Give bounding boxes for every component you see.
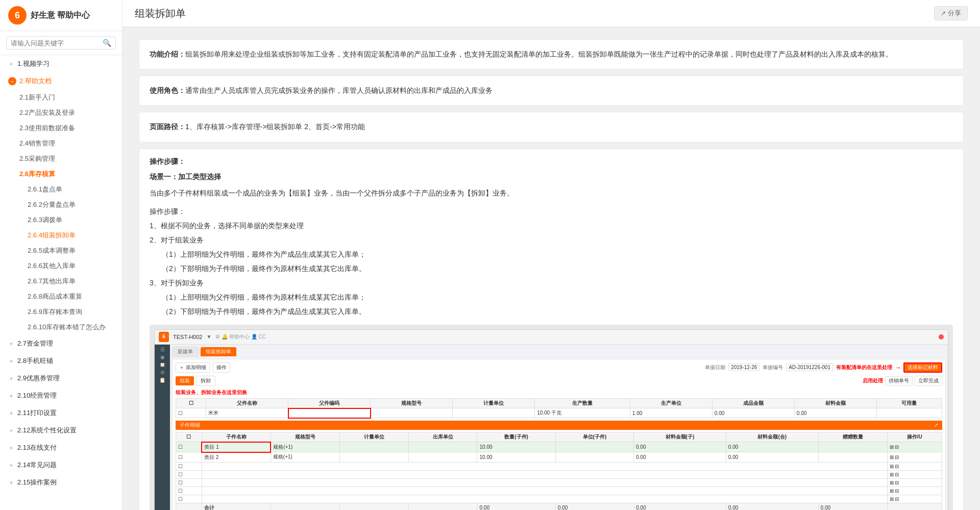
path-label: 页面路径： <box>150 123 185 131</box>
sidebar-item-2-14[interactable]: ＋ 2.14常见问题 <box>0 456 122 474</box>
mock-lower-th-op: 操作/U <box>887 432 942 442</box>
intro-label: 功能介绍： <box>150 50 185 58</box>
mock-select-btn[interactable]: 选择标记材料 <box>903 362 942 373</box>
mock-empty-check5: ☐ <box>176 478 202 487</box>
sidebar-item-2-15[interactable]: ＋ 2.15操作案例 <box>0 474 122 491</box>
sidebar-item-2-6[interactable]: 2.6库存核算 <box>0 166 122 182</box>
mock-tab-new[interactable]: 新建单 <box>172 347 199 357</box>
mock-td-code[interactable] <box>288 408 371 418</box>
mock-confirm-btn[interactable]: 立即完成 <box>915 376 942 386</box>
mock-btn-add[interactable]: ＋ 添加明细 <box>176 362 210 373</box>
mock-footer-total: 合计 <box>202 503 271 510</box>
mock-lower-row-3: ☐⊞ ⊟ <box>176 462 942 470</box>
mock-lower-td-unit2-2 <box>408 452 477 463</box>
mock-td-prod-amt: 0.00 <box>712 408 794 418</box>
mock-lower-th-mat2: 材料金额(合) <box>726 432 818 442</box>
sidebar-item-2-4[interactable]: 2.4销售管理 <box>0 136 122 151</box>
mock-tabs-row: 新建单 组装拆卸单 <box>172 347 946 357</box>
mock-lower-row-2: ☐ 类目 2 规格(+1) 10.00 0.00 <box>176 452 942 463</box>
step2-1: （1）上部明细为父件明细，最终作为产成品生成某其它入库单； <box>150 247 953 261</box>
mock-empty-cells <box>202 462 887 470</box>
mock-th-checkbox: ☐ <box>176 398 206 408</box>
mock-footer-v5: 0.00 <box>555 503 633 510</box>
mock-footer-v8: 0.00 <box>818 503 887 510</box>
scene1-title: 场景一：加工类型选择 <box>150 173 953 182</box>
sidebar-item-2-6-10[interactable]: 2.6.10库存账本错了怎么办 <box>0 320 122 335</box>
mock-lower-td-op2: ⊞ ⊟ <box>887 452 942 463</box>
mock-num-value: AD-20191226-001 <box>786 363 833 371</box>
sidebar-item-2-6-2[interactable]: 2.6.2分量盘点单 <box>0 197 122 212</box>
sidebar-item-2-3[interactable]: 2.3使用前数据准备 <box>0 120 122 136</box>
sidebar-item-2-6-5[interactable]: 2.6.5成本调整单 <box>0 243 122 258</box>
mock-lower-td-name: 类目 1 <box>202 442 271 452</box>
mock-lower-expand-icon: ⤢ <box>934 422 938 428</box>
search-input-wrap[interactable]: 🔍 <box>6 36 116 50</box>
sidebar-item-2-10[interactable]: ＋ 2.10经营管理 <box>0 387 122 404</box>
expand-icon: ＋ <box>8 444 14 452</box>
sidebar-item-2-2[interactable]: 2.2产品安装及登录 <box>0 105 122 120</box>
sidebar-item-label: 2.15操作案例 <box>17 478 57 487</box>
annot-arrow1: → <box>894 363 901 372</box>
mock-nav-icon-4: ⚙ <box>160 370 165 375</box>
sidebar-item-2-12[interactable]: ＋ 2.12系统个性化设置 <box>0 422 122 439</box>
mock-nav-icon-5: 📋 <box>159 377 165 383</box>
sidebar-item-2-6-4[interactable]: 2.6.4组装拆卸单 <box>0 228 122 243</box>
mock-lower-th-name: 子件名称 <box>202 432 271 442</box>
sidebar-item-2-8[interactable]: ＋ 2.8手机旺铺 <box>0 352 122 370</box>
sidebar-item-2-5[interactable]: 2.5采购管理 <box>0 151 122 166</box>
mock-nav-icon-2: ◉ <box>160 354 165 360</box>
steps-label: 操作步骤： <box>150 204 953 218</box>
mock-lower-td-mat2-2: 0.00 <box>726 452 818 463</box>
sidebar-item-2-7[interactable]: ＋ 2.7资金管理 <box>0 335 122 352</box>
mock-lower-td-gift <box>818 442 887 452</box>
sidebar-item-2-13[interactable]: ＋ 2.13在线支付 <box>0 439 122 456</box>
mock-tab-chaijie[interactable]: 拆卸 <box>196 376 215 386</box>
annot-qingdan-text: 有装配清单的在这里处理 <box>836 364 892 371</box>
sidebar-item-video[interactable]: ＋ 1.视频学习 <box>0 55 122 72</box>
mock-lower-th-qty1: 数量(子件) <box>477 432 555 442</box>
mock-td-prod-qty: 10.00 千克 <box>535 408 630 418</box>
sidebar-item-2-6-1[interactable]: 2.6.1盘点单 <box>0 182 122 197</box>
sidebar-item-2-6-3[interactable]: 2.6.3调拨单 <box>0 212 122 228</box>
mock-td-check: ☐ <box>176 408 206 418</box>
sidebar-item-label: 2.7资金管理 <box>17 339 53 348</box>
mock-lower-td-qty2: 10.00 <box>477 452 555 463</box>
step2-2: （2）下部明细为子件明细，最终作为原材料生成某其它出库单。 <box>150 261 953 276</box>
mock-td-name: 米米 <box>206 408 288 418</box>
expand-icon: ＋ <box>8 374 14 383</box>
mock-lower-th-unit1: 计量单位 <box>339 432 408 442</box>
mock-footer-v4: 0.00 <box>477 503 555 510</box>
screen-wrapper: 6 TEST-H002 ▼ ⚙ 🔔 帮助中心 👤 CC <box>150 325 952 510</box>
sidebar-item-2-1[interactable]: 2.1新手入门 <box>0 90 122 105</box>
mock-btn-action[interactable]: 操作 <box>213 362 230 373</box>
share-button[interactable]: ↗ 分享 <box>934 6 968 20</box>
mock-tab-zuzhuang[interactable]: 组装 <box>176 376 194 385</box>
sidebar-item-label: 1.视频学习 <box>17 59 50 68</box>
mock-lower-row-6: ☐⊞ ⊟ <box>176 487 942 495</box>
sidebar-item-label: 2.帮助文档 <box>19 77 52 86</box>
mock-lower-title: 子件明细 <box>180 422 200 429</box>
mock-annot-row: 组装业务、拆卸业务在这里切换 <box>176 389 942 396</box>
sidebar-item-2-6-8[interactable]: 2.6.8商品成本重算 <box>0 289 122 304</box>
search-icon[interactable]: 🔍 <box>103 39 111 47</box>
expand-icon: ＋ <box>8 426 14 435</box>
sidebar-item-2-6-7[interactable]: 2.6.7其他出库单 <box>0 274 122 289</box>
expand-icon: ＋ <box>8 357 14 366</box>
sidebar-item-2-6-9[interactable]: 2.6.9库存账本查询 <box>0 304 122 320</box>
mock-lower-row-7: ☐⊞ ⊟ <box>176 495 942 503</box>
nav-section: ＋ 1.视频学习 － 2.帮助文档 2.1新手入门 2.2产品安装及登录 2.3… <box>0 55 122 491</box>
mock-lower-th-mat1: 材料金额(子) <box>634 432 726 442</box>
mock-footer-v7: 0.00 <box>726 503 818 510</box>
search-input[interactable] <box>11 39 103 47</box>
sidebar-item-docs[interactable]: － 2.帮助文档 <box>0 72 122 90</box>
mock-left-icons: ☰ ◉ 🔲 ⚙ 📋 <box>155 345 170 510</box>
mock-empty-cells7 <box>202 495 887 503</box>
mock-th-spec: 规格型号 <box>371 398 453 408</box>
mock-lower-row-4: ☐⊞ ⊟ <box>176 470 942 478</box>
sidebar-item-2-9[interactable]: ＋ 2.9优惠券管理 <box>0 370 122 387</box>
sidebar-item-2-6-6[interactable]: 2.6.6其他入库单 <box>0 258 122 274</box>
mock-th-prod-amt: 成品金额 <box>712 398 794 408</box>
mock-tab-main[interactable]: 组装拆卸单 <box>201 347 236 356</box>
sidebar-item-2-11[interactable]: ＋ 2.11打印设置 <box>0 404 122 422</box>
mock-qiyong-input[interactable]: 供销单号 <box>885 376 913 385</box>
